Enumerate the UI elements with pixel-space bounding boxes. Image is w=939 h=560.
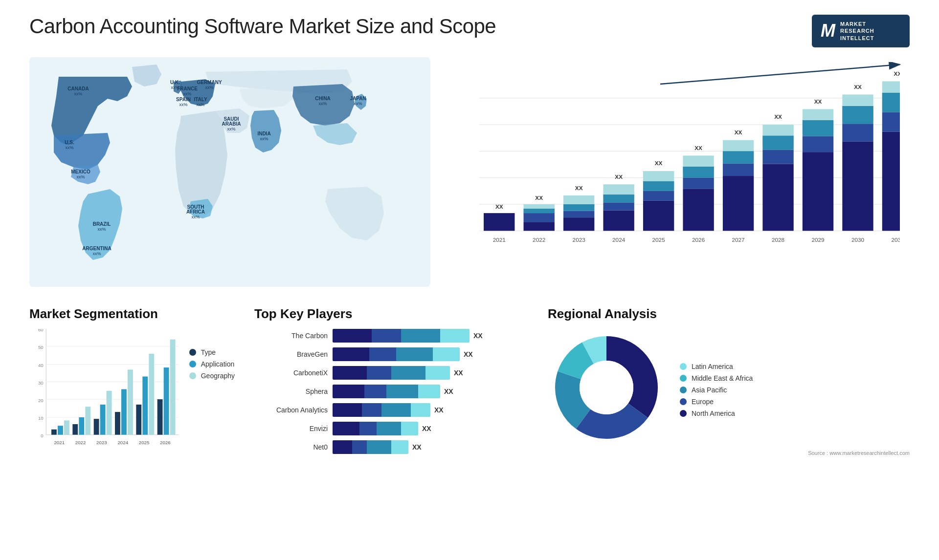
legend-type: Type	[189, 348, 235, 356]
svg-text:2026: 2026	[692, 237, 705, 243]
legend-dot-latin	[680, 363, 687, 370]
svg-text:XX: XX	[655, 160, 663, 166]
svg-rect-51	[563, 204, 594, 211]
svg-text:CHINA: CHINA	[315, 96, 331, 101]
player-bar-4: XX	[333, 385, 528, 398]
svg-text:xx%: xx%	[65, 145, 73, 150]
page-title: Carbon Accounting Software Market Size a…	[29, 15, 496, 38]
svg-rect-57	[603, 194, 634, 202]
svg-text:0: 0	[41, 433, 44, 438]
svg-line-34	[660, 65, 900, 84]
svg-text:2024: 2024	[612, 237, 626, 243]
svg-rect-141	[170, 340, 176, 435]
player-row-3: CarbonetiX XX	[254, 366, 528, 380]
svg-text:2021: 2021	[54, 440, 65, 445]
segmentation-section: Market Segmentation 0	[29, 306, 235, 492]
svg-text:ARGENTINA: ARGENTINA	[82, 246, 111, 251]
svg-point-147	[580, 361, 633, 414]
svg-text:20: 20	[38, 397, 44, 403]
svg-text:xx%: xx%	[74, 91, 82, 96]
svg-text:XX: XX	[575, 185, 583, 191]
svg-rect-135	[128, 369, 133, 434]
svg-text:XX: XX	[495, 203, 503, 210]
legend-asia-pacific: Asia Pacific	[680, 386, 753, 394]
header: Carbon Accounting Software Market Size a…	[29, 15, 910, 47]
svg-text:BRAZIL: BRAZIL	[93, 221, 111, 227]
svg-text:2023: 2023	[96, 440, 107, 445]
player-bar-1: XX	[333, 329, 528, 343]
svg-rect-134	[121, 389, 127, 434]
svg-text:xx%: xx%	[260, 136, 268, 141]
svg-text:MEXICO: MEXICO	[71, 169, 90, 174]
svg-rect-81	[762, 136, 793, 150]
donut-chart-wrap: Latin America Middle East & Africa Asia …	[548, 329, 910, 446]
svg-rect-137	[142, 376, 148, 434]
svg-rect-58	[603, 202, 634, 210]
player-name-4: Sphera	[254, 388, 328, 395]
svg-text:2024: 2024	[117, 440, 128, 445]
player-bar-3: XX	[333, 366, 528, 380]
svg-rect-129	[85, 407, 90, 434]
svg-text:xx%: xx%	[183, 91, 191, 96]
svg-text:2022: 2022	[533, 237, 545, 243]
svg-rect-127	[72, 424, 78, 435]
trend-arrow	[660, 62, 905, 86]
logo: M MARKET RESEARCH INTELLECT	[812, 15, 910, 47]
svg-text:50: 50	[38, 345, 44, 350]
svg-rect-125	[58, 426, 63, 434]
svg-rect-63	[643, 181, 674, 191]
svg-rect-46	[524, 213, 555, 222]
key-players-title: Top Key Players	[254, 306, 528, 322]
svg-text:60: 60	[38, 329, 44, 332]
svg-text:ITALY: ITALY	[194, 97, 207, 102]
svg-rect-59	[603, 211, 634, 231]
player-name-7: Net0	[254, 443, 328, 451]
svg-rect-89	[803, 152, 833, 231]
svg-rect-70	[683, 178, 714, 189]
segmentation-legend: Type Application Geography	[189, 348, 235, 380]
logo-text: MARKET RESEARCH INTELLECT	[840, 21, 874, 42]
svg-rect-95	[842, 141, 873, 231]
svg-rect-133	[115, 412, 120, 435]
svg-text:INDIA: INDIA	[257, 131, 270, 136]
logo-letter: M	[821, 22, 835, 40]
svg-rect-65	[643, 201, 674, 231]
svg-rect-138	[149, 354, 154, 435]
growth-bar-chart: XX 2021 XX 2022 XX 2023	[450, 57, 910, 287]
svg-text:XX: XX	[774, 113, 782, 120]
svg-text:xx%: xx%	[205, 85, 213, 90]
map-svg: CANADA xx% U.S. xx% MEXICO xx% BRAZIL xx…	[29, 57, 430, 287]
top-section: CANADA xx% U.S. xx% MEXICO xx% BRAZIL xx…	[29, 57, 910, 287]
source-text: Source : www.marketresearchintellect.com	[548, 450, 910, 456]
svg-text:10: 10	[38, 415, 44, 421]
svg-text:xx%: xx%	[76, 174, 85, 179]
svg-rect-64	[643, 191, 674, 201]
svg-text:AFRICA: AFRICA	[186, 209, 205, 215]
svg-text:xx%: xx%	[191, 215, 200, 219]
svg-text:xx%: xx%	[227, 127, 235, 131]
legend-application: Application	[189, 360, 235, 368]
player-row-5: Carbon Analytics XX	[254, 403, 528, 417]
svg-text:2031: 2031	[891, 237, 900, 243]
player-bar-5: XX	[333, 403, 528, 417]
seg-chart-svg: 0 10 20 30 40 50 60 2021 2022 2023 2024 …	[29, 329, 179, 456]
svg-rect-77	[723, 176, 754, 231]
player-name-3: CarbonetiX	[254, 369, 328, 377]
svg-text:ARABIA: ARABIA	[222, 121, 241, 127]
legend-dot-type	[189, 349, 196, 356]
player-bar-7: XX	[333, 440, 528, 454]
svg-rect-93	[842, 106, 873, 124]
svg-text:xx%: xx%	[92, 251, 101, 256]
svg-rect-139	[157, 399, 163, 435]
legend-dot-mea	[680, 375, 687, 382]
svg-rect-132	[107, 391, 112, 435]
player-name-2: BraveGen	[254, 350, 328, 358]
svg-text:JAPAN: JAPAN	[350, 96, 366, 101]
player-row-6: Envizi XX	[254, 422, 528, 435]
regional-section: Regional Analysis	[548, 306, 910, 492]
regional-title: Regional Analysis	[548, 306, 910, 322]
legend-dot-application	[189, 361, 196, 367]
player-bar-2: XX	[333, 347, 528, 361]
legend-middle-east-africa: Middle East & Africa	[680, 374, 753, 382]
svg-text:2030: 2030	[851, 237, 865, 243]
